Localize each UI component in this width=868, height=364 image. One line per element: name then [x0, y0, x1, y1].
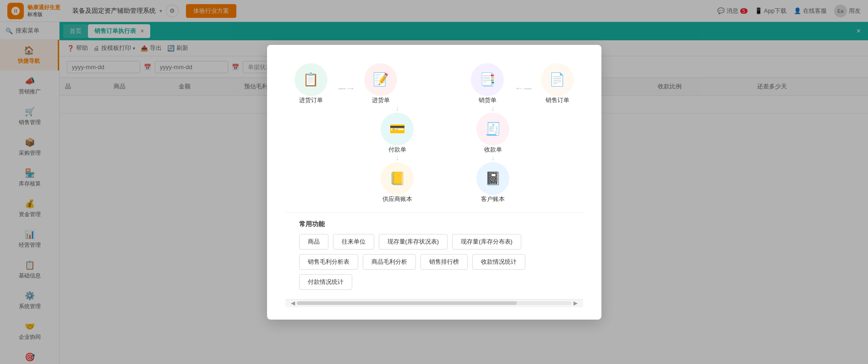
flow-node-sales-order: 📄 销售订单: [541, 63, 574, 104]
flow-row-3: 📒 供应商账本 📓 客户账本: [285, 162, 583, 208]
btn-payment-stats[interactable]: 付款情况统计: [299, 274, 352, 290]
btn-sales-gross[interactable]: 销售毛利分析表: [299, 254, 358, 270]
btn-counterparty[interactable]: 往来单位: [333, 234, 374, 250]
btn-inventory-status[interactable]: 现存量(库存状况表): [379, 234, 448, 250]
flow-diagram: 📋 进货订单 - - - → 📝 进货单 📑 销货单: [285, 59, 583, 208]
purchase-order-circle[interactable]: 📋: [295, 63, 328, 96]
flow-node-sales-bill: 📑 销货单: [471, 63, 504, 104]
sales-order-label: 销售订单: [546, 96, 569, 104]
arrow-down-sales: ↓: [476, 104, 509, 113]
flow-arrows-row2: ↓ ↓: [285, 154, 583, 162]
arrow-h1: - - - →: [328, 82, 365, 104]
purchase-order-label: 进货订单: [299, 96, 323, 104]
supplier-label: 供应商账本: [382, 195, 412, 203]
scroll-left-icon[interactable]: ◀: [289, 300, 297, 306]
btn-receipt-stats[interactable]: 收款情况统计: [472, 254, 525, 270]
btn-sales-ranking[interactable]: 销售排行榜: [420, 254, 468, 270]
flow-node-purchase-bill: 📝 进货单: [364, 63, 397, 104]
flow-row-2: 💳 付款单 🧾 收款单: [285, 113, 583, 154]
btn-inventory-dist[interactable]: 现存量(库存分布表): [452, 234, 521, 250]
overlay[interactable]: 📋 进货订单 - - - → 📝 进货单 📑 销货单: [0, 0, 868, 364]
flow-node-purchase-order: 📋 进货订单: [295, 63, 328, 104]
sales-order-circle[interactable]: 📄: [541, 63, 574, 96]
receipt-circle[interactable]: 🧾: [476, 113, 509, 146]
purchase-bill-circle[interactable]: 📝: [364, 63, 397, 96]
flow-row-1: 📋 进货订单 - - - → 📝 进货单 📑 销货单: [285, 63, 583, 104]
btn-goods-gross[interactable]: 商品毛利分析: [363, 254, 416, 270]
arrow-down-purchase: ↓: [381, 104, 414, 113]
flow-node-payment: 💳 付款单: [381, 113, 414, 154]
scroll-track[interactable]: [297, 301, 572, 305]
scroll-thumb: [297, 301, 517, 305]
btn-goods[interactable]: 商品: [299, 234, 328, 250]
flow-modal: 📋 进货订单 - - - → 📝 进货单 📑 销货单: [267, 45, 601, 320]
receipt-label: 收款单: [484, 146, 502, 154]
customer-circle[interactable]: 📓: [476, 162, 509, 195]
flow-node-customer: 📓 客户账本: [476, 162, 509, 203]
scroll-right-icon[interactable]: ▶: [572, 300, 579, 306]
payment-label: 付款单: [388, 146, 406, 154]
customer-label: 客户账本: [481, 195, 505, 203]
sales-bill-label: 销货单: [479, 96, 497, 104]
payment-circle[interactable]: 💳: [381, 113, 414, 146]
scroll-bar-area: ◀ ▶: [285, 299, 583, 307]
flow-arrows-row: ↓ ↓: [285, 104, 583, 113]
arrow-h2: ← - - -: [504, 82, 541, 104]
flow-node-supplier: 📒 供应商账本: [381, 162, 414, 203]
sales-bill-circle[interactable]: 📑: [471, 63, 504, 96]
common-functions-section: 常用功能 商品 往来单位 现存量(库存状况表) 现存量(库存分布表) 销售毛利分…: [285, 212, 583, 299]
purchase-bill-label: 进货单: [372, 96, 390, 104]
arrow-right-icon: - - - →: [338, 82, 354, 94]
common-functions-buttons: 商品 往来单位 现存量(库存状况表) 现存量(库存分布表) 销售毛利分析表 商品…: [299, 234, 569, 290]
common-functions-title: 常用功能: [299, 220, 569, 228]
arrow-down-receipt: ↓: [476, 154, 509, 162]
flow-node-receipt: 🧾 收款单: [476, 113, 509, 154]
arrow-left-icon: ← - - -: [514, 82, 530, 94]
arrow-down-payment: ↓: [381, 154, 414, 162]
supplier-circle[interactable]: 📒: [381, 162, 414, 195]
